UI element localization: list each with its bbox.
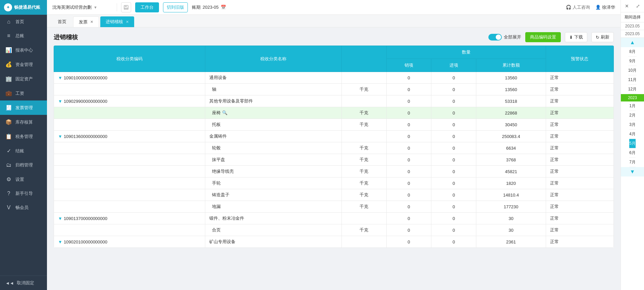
cell-purchase: 0 — [431, 142, 476, 154]
sidebar-item-archive[interactable]: 🗂 归档管理 — [0, 158, 47, 172]
ledger-icon: ≡ — [5, 33, 12, 39]
cell-code: ▼109020100000000000 — [54, 236, 205, 248]
cell-total: 13560 — [476, 72, 546, 84]
period-month-item[interactable]: 6月 — [629, 148, 636, 158]
cell-sales: 0 — [386, 95, 431, 107]
table-row[interactable]: 合页 千克 0 0 30 正常 — [54, 224, 614, 236]
table-row[interactable]: 绝缘导线壳 千克 0 0 45821 正常 — [54, 166, 614, 177]
product-code-button[interactable]: 商品编码设置 — [525, 32, 561, 42]
sidebar-item-invoice[interactable]: 🧾 发票管理 — [0, 100, 47, 115]
cell-purchase: 0 — [431, 236, 476, 248]
cell-purchase: 0 — [431, 95, 476, 107]
period-month-item[interactable]: 2月 — [629, 111, 636, 120]
tab-home[interactable]: 首页 — [52, 16, 72, 27]
cell-name: 轴 — [205, 84, 342, 95]
period-month-item[interactable]: 1月 — [629, 101, 636, 111]
period-month-item[interactable]: 11月 — [628, 75, 637, 85]
tab-reconciliation[interactable]: 进销稽核 ✕ — [100, 16, 134, 27]
sidebar-item-label: 库存核算 — [15, 119, 33, 125]
sidebar-item-tax[interactable]: 📋 税务管理 — [0, 129, 47, 144]
table-row[interactable]: 手轮 千克 0 0 1820 正常 — [54, 177, 614, 189]
period-month-item[interactable]: 12月 — [628, 85, 637, 94]
sidebar-item-label: 结账 — [15, 148, 24, 154]
cell-unit: 千克 — [341, 84, 386, 95]
cell-sales: 0 — [386, 201, 431, 213]
download-button[interactable]: ⬇ 下载 — [565, 32, 587, 42]
sidebar-item-home[interactable]: ⌂ 首页 — [0, 15, 47, 29]
sidebar-item-label: 报表中心 — [15, 47, 33, 53]
table-row[interactable]: 抹平盘 千克 0 0 3768 正常 — [54, 154, 614, 166]
table-row[interactable]: 托板 千克 0 0 30450 正常 — [54, 119, 614, 131]
scroll-up-button[interactable]: ▲ — [621, 38, 644, 47]
expand-icon[interactable]: ⤢ — [635, 3, 641, 9]
period-month-item[interactable]: 3月 — [629, 120, 636, 130]
table-row[interactable]: ▼109013700000000000 锻件、粉末冶金件 0 0 30 正常 — [54, 213, 614, 224]
sidebar-item-reports[interactable]: 📊 报表中心 — [0, 43, 47, 57]
sidebar-item-payroll[interactable]: 💼 工资 — [0, 86, 47, 100]
period-top-2[interactable]: 2023.05 — [621, 30, 644, 38]
vip-icon: V — [5, 205, 12, 211]
toggle-switch[interactable] — [488, 34, 502, 41]
close-icon[interactable]: ✕ — [126, 20, 129, 24]
company-name: 沈海英测试经营勿删 — [52, 4, 92, 10]
cell-status: 正常 — [546, 84, 613, 95]
separator — [117, 3, 117, 11]
refresh-button[interactable]: ↻ 刷新 — [591, 32, 614, 42]
period-top-1[interactable]: 2023.05 — [621, 22, 644, 30]
right-panel: ✕ ⤢ 期间选择 2023.05 2023.05 ▲ 8月9月10月11月12月… — [621, 0, 644, 290]
company-selector[interactable]: 沈海英测试经营勿删 ▼ — [52, 4, 113, 10]
sidebar-unpin[interactable]: ◄◄ 取消固定 — [0, 276, 47, 290]
close-icon[interactable]: ✕ — [90, 20, 93, 24]
settlement-icon: ✓ — [5, 148, 12, 154]
table-row[interactable]: ▼109020100000000000 矿山专用设备 0 0 2361 正常 — [54, 236, 614, 248]
period-month-item[interactable]: 10月 — [628, 66, 637, 75]
cell-unit — [341, 95, 386, 107]
tab-home-label: 首页 — [58, 19, 66, 25]
sidebar-item-label: 税务管理 — [15, 134, 33, 140]
sidebar-item-settlement[interactable]: ✓ 结账 — [0, 144, 47, 158]
sidebar-item-settings[interactable]: ⚙ 设置 — [0, 172, 47, 187]
scroll-down-button[interactable]: ▼ — [621, 167, 644, 176]
cell-total: 13560 — [476, 84, 546, 95]
sidebar-item-capital[interactable]: 💰 资金管理 — [0, 57, 47, 72]
table-row[interactable]: ▼109013600000000000 金属铸件 0 0 250083.4 正常 — [54, 131, 614, 142]
table-row[interactable]: 轴 千克 0 0 13560 正常 — [54, 84, 614, 95]
period-month-item[interactable]: 9月 — [628, 57, 637, 66]
old-version-button[interactable]: 切到旧版 — [163, 2, 188, 12]
sidebar-item-inventory[interactable]: 📦 库存核算 — [0, 115, 47, 129]
cell-status: 正常 — [546, 95, 613, 107]
tab-invoice[interactable]: 发票 ✕ — [73, 16, 99, 27]
panel-header: ✕ ⤢ — [621, 0, 644, 12]
period-month-item[interactable]: 5月 — [629, 139, 636, 148]
period-month-item[interactable]: 4月 — [629, 130, 636, 139]
period-nav: ▲ 8月9月10月11月12月 2023 1月2月3月4月5月6月7月 ▼ — [621, 38, 644, 176]
table-row[interactable]: ▼109010000000000000 通用设备 0 0 13560 正常 — [54, 72, 614, 84]
collapse-icon[interactable]: ✕ — [624, 3, 630, 9]
search-icon[interactable]: 🔍 — [222, 110, 227, 115]
save-button[interactable] — [121, 2, 131, 12]
cell-total: 45821 — [476, 166, 546, 177]
table-row[interactable]: 座椅 🔍 千克 0 0 22868 正常 — [54, 107, 614, 119]
table-row[interactable]: 铸造盖子 千克 0 0 14810.4 正常 — [54, 189, 614, 201]
sidebar-item-ledger[interactable]: ≡ 总账 — [0, 29, 47, 43]
cell-unit: 千克 — [341, 107, 386, 119]
user-menu[interactable]: 👤 徐泽华 — [595, 4, 615, 10]
table-row[interactable]: 地漏 千克 0 0 177230 正常 — [54, 201, 614, 213]
table-row[interactable]: 轮毂 千克 0 0 6634 正常 — [54, 142, 614, 154]
payroll-icon: 💼 — [5, 90, 12, 96]
sidebar-item-assets[interactable]: 🏢 固定资产 — [0, 72, 47, 86]
table-row[interactable]: ▼109029900000000000 其他专用设备及零部件 0 0 53318… — [54, 95, 614, 107]
cell-total: 30450 — [476, 119, 546, 131]
th-quantity-group: 数量 — [386, 46, 546, 59]
expand-all-toggle[interactable]: 全部展开 — [488, 34, 521, 41]
support-button[interactable]: 🎧 人工咨询 — [566, 4, 590, 10]
cell-sales: 0 — [386, 177, 431, 189]
period-year[interactable]: 2023 — [621, 94, 644, 101]
period-month-item[interactable]: 8月 — [628, 47, 637, 57]
sidebar-item-vip[interactable]: V 畅会员 — [0, 201, 47, 215]
period-month-item[interactable]: 7月 — [629, 158, 636, 167]
calendar-icon[interactable]: 📅 — [221, 5, 226, 10]
cell-sales: 0 — [386, 72, 431, 84]
sidebar-item-guide[interactable]: ? 新手引导 — [0, 187, 47, 201]
workbench-button[interactable]: 工作台 — [135, 2, 159, 12]
